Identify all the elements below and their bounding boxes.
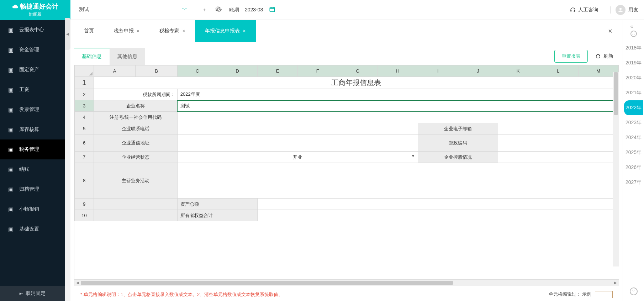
sidebar-item-inventory[interactable]: ▣库存核算 (0, 120, 65, 139)
cell-label-company[interactable]: 企业名称 (94, 100, 178, 112)
close-icon[interactable]: × (243, 28, 246, 34)
col-header[interactable]: K (498, 65, 538, 77)
sidebar-item-closing[interactable]: ▣结账 (0, 159, 65, 179)
refresh-button[interactable]: 刷新 (595, 53, 613, 59)
col-header[interactable]: A (94, 65, 136, 77)
row-number[interactable]: 5 (75, 123, 94, 134)
reset-report-button[interactable]: 重置报表 (554, 50, 588, 63)
scrollbar-thumb[interactable] (614, 72, 618, 115)
cell-label-holding[interactable]: 企业控股情况 (418, 152, 498, 163)
rail-collapse-bottom[interactable]: ﹀ (630, 287, 638, 295)
rail-collapse-top[interactable]: « ︿ (630, 23, 637, 37)
cell-label-email[interactable]: 企业电子邮箱 (418, 123, 498, 134)
tab-tax-declare[interactable]: 税务申报× (104, 20, 149, 42)
tab-annual-report[interactable]: 年报信息申报表× (195, 20, 255, 42)
scrollbar-thumb[interactable] (81, 281, 453, 285)
row-number[interactable]: 10 (75, 210, 94, 221)
cell-company-name-input[interactable]: 测试 (177, 100, 618, 112)
horizontal-scrollbar[interactable]: ◀ ▶ (74, 279, 619, 286)
sidebar-item-tax[interactable]: ▣税务管理 (0, 139, 65, 159)
close-icon[interactable]: × (182, 28, 185, 34)
year-item-2020年[interactable]: 2020年 (624, 70, 643, 85)
col-header[interactable]: D (217, 65, 258, 77)
col-header[interactable]: B (136, 65, 177, 77)
year-item-2021年[interactable]: 2021年 (624, 85, 643, 100)
cell-label-status[interactable]: 企业经营状态 (94, 152, 178, 163)
row-number[interactable]: 8 (75, 163, 94, 199)
sidebar-item-fixed-asset[interactable]: ▣固定资产 (0, 60, 65, 80)
cell-label-postcode[interactable]: 邮政编码 (418, 134, 498, 152)
year-item-2018年[interactable]: 2018年 (624, 41, 643, 56)
col-header[interactable]: L (538, 65, 578, 77)
sidebar-item-cloud-report[interactable]: ▣云报表中心 (0, 20, 65, 40)
sidebar-item-fund[interactable]: ▣资金管理 (0, 40, 65, 60)
col-header[interactable]: E (258, 65, 298, 77)
cell-phone-input[interactable] (177, 123, 418, 134)
sidebar-item-basic-setting[interactable]: ▣基础设置 (0, 219, 65, 239)
col-header[interactable]: G (338, 65, 378, 77)
year-item-2027年[interactable]: 2027年 (624, 175, 643, 190)
row-number[interactable]: 9 (75, 199, 94, 210)
vertical-scrollbar[interactable] (613, 72, 619, 266)
cell-label-owner-equity[interactable]: 所有者权益合计 (177, 210, 257, 221)
subtab-basic[interactable]: 基础信息 (74, 48, 110, 65)
cell-mainbiz-input[interactable] (177, 163, 618, 199)
col-header[interactable]: C (177, 65, 217, 77)
year-item-2026年[interactable]: 2026年 (624, 160, 643, 175)
year-item-2024年[interactable]: 2024年 (624, 130, 643, 145)
user-menu[interactable]: 用友 (616, 5, 638, 15)
row-number[interactable]: 4 (75, 112, 94, 123)
scroll-right-button[interactable]: ▶ (612, 281, 619, 285)
sidebar-item-invoice[interactable]: ▣发票管理 (0, 100, 65, 120)
cell-label-phone[interactable]: 企业联系电话 (94, 123, 178, 134)
row-number[interactable]: 7 (75, 152, 94, 163)
company-selector[interactable]: 测试 ﹀ (76, 4, 190, 15)
cell-address-input[interactable] (177, 134, 418, 152)
cell-label-regcode[interactable]: 注册号/统一社会信用代码 (94, 112, 178, 123)
add-company-button[interactable]: ＋ (199, 7, 209, 13)
subtab-other[interactable]: 其他信息 (110, 48, 145, 65)
sidebar-unpin-button[interactable]: ⇤取消固定 (0, 286, 65, 301)
close-all-tabs-button[interactable]: × (601, 27, 619, 35)
sidebar-item-salary[interactable]: ▣工资 (0, 80, 65, 100)
cell-email-input[interactable] (498, 123, 618, 134)
cell-owner-equity-input[interactable] (258, 210, 618, 221)
sidebar-item-reimburse[interactable]: ▣小畅报销 (0, 199, 65, 219)
calendar-button[interactable] (267, 6, 277, 14)
cell-status-select[interactable]: 开业 (177, 152, 418, 163)
row-number[interactable]: 1 (75, 77, 94, 89)
scroll-left-button[interactable]: ◀ (74, 281, 81, 285)
year-item-2023年[interactable]: 2023年 (624, 115, 643, 130)
year-item-2025年[interactable]: 2025年 (624, 145, 643, 160)
row-number[interactable]: 6 (75, 134, 94, 152)
settings-button[interactable] (213, 6, 223, 14)
cell-period-value[interactable]: 2022年度 (177, 89, 618, 100)
year-item-2022年[interactable]: 2022年 (624, 100, 643, 115)
cell-label-blank1[interactable] (94, 199, 178, 210)
row-number[interactable]: 3 (75, 100, 94, 112)
select-all-corner[interactable] (75, 65, 94, 77)
sheet-scroll-area[interactable]: A B C D E F G H I J K L M (74, 65, 619, 279)
sidebar-collapse-handle[interactable]: ◀ (65, 18, 70, 50)
cell-label-mainbiz[interactable]: 主营业务活动 (94, 163, 178, 199)
col-header[interactable]: H (378, 65, 418, 77)
col-header[interactable]: I (418, 65, 458, 77)
scrollbar-track[interactable] (81, 281, 612, 285)
cell-label-total-assets[interactable]: 资产总额 (177, 199, 257, 210)
row-number[interactable]: 2 (75, 89, 94, 100)
cell-holding-input[interactable] (498, 152, 618, 163)
cell-label-blank2[interactable] (94, 210, 178, 221)
cell-regcode-input[interactable] (177, 112, 618, 123)
cell-postcode-input[interactable] (498, 134, 618, 152)
tab-tax-check[interactable]: 税检专家× (149, 20, 195, 42)
cell-period-label[interactable]: 税款所属期间： (94, 89, 178, 100)
col-header[interactable]: M (578, 65, 618, 77)
close-icon[interactable]: × (137, 28, 139, 34)
tab-home[interactable]: 首页 (74, 20, 104, 42)
cell-label-address[interactable]: 企业通信地址 (94, 134, 178, 152)
col-header[interactable]: F (297, 65, 338, 77)
sheet-title[interactable]: 工商年报信息表 (94, 77, 619, 89)
period-value[interactable]: 2023-03 (243, 5, 265, 14)
sidebar-item-archive[interactable]: ▣归档管理 (0, 179, 65, 199)
year-item-2019年[interactable]: 2019年 (624, 56, 643, 70)
